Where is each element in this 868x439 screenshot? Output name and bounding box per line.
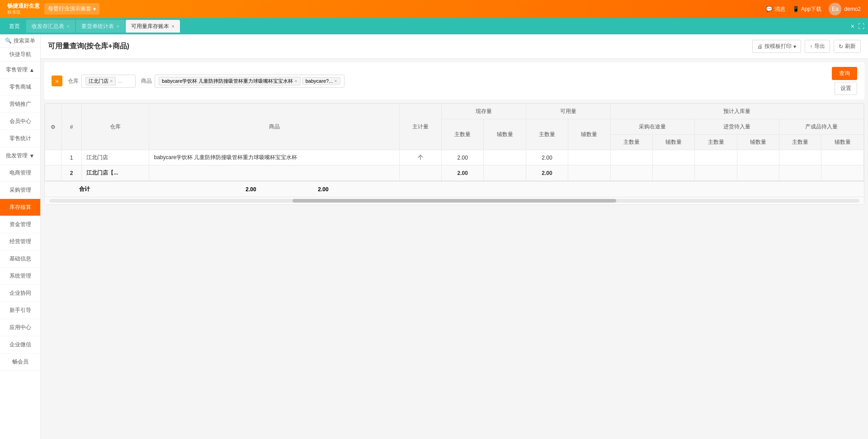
sidebar-item-purchase[interactable]: 采购管理 [0,182,40,199]
close-order-summary-icon[interactable]: × [117,24,119,29]
fullscreen-icon[interactable]: ⛶ [858,23,864,30]
sidebar-item-retail-stats[interactable]: 零售统计 [0,130,40,147]
sidebar-retail-stats-label: 零售统计 [9,135,31,142]
set-btn[interactable]: 设置 [835,82,857,95]
row-1-unit: 个 [399,150,441,165]
col-purchase-transit-header: 采购在途量 [610,119,695,135]
sidebar-item-enterprise[interactable]: 企业协同 [0,285,40,302]
chevron-down-icon: ▼ [29,153,35,159]
refresh-btn[interactable]: ↻ 刷新 [834,40,861,53]
top-bar: 畅捷通好生意 标准版 母婴行业演示账套 ▾ 💬 消息 📱 App下载 Ea de… [0,0,868,18]
table-row: 1 江北门店 babycare学饮杯 儿童防摔防撞吸管杯重力球吸嘴杯宝宝水杯 个… [45,150,864,165]
print-btn[interactable]: 🖨 按模板打印 ▾ [752,40,801,53]
col-unit-header: 主计量 [399,104,441,150]
row-1-product: babycare学饮杯 儿童防摔防撞吸管杯重力球吸嘴杯宝宝水杯 [149,150,399,165]
tab-home[interactable]: 首页 [4,20,25,33]
sidebar-item-system[interactable]: 系统管理 [0,268,40,285]
footer-label: 合计 [79,185,115,193]
sidebar-basic-info-label: 基础信息 [9,255,31,262]
sidebar-item-finance[interactable]: 资金管理 [0,216,40,233]
sidebar-enterprise-label: 企业协同 [9,290,31,296]
footer-available-main: 2.00 [305,186,341,193]
col-inbound-pending-header: 进货待入量 [695,119,779,135]
sidebar-vip-member-label: 畅会员 [12,359,28,365]
sidebar-item-basic-info[interactable]: 基础信息 [0,250,40,268]
app-download-btn[interactable]: 📱 App下载 [793,5,821,13]
warehouse-input[interactable]: 江北门店 × ... [81,75,136,88]
table-container: ⚙ # 仓库 商品 主计量 现存量 可用量 预计入库量 主数量 辅数量 主数量 [44,103,864,205]
sidebar-item-enterprise-wechat[interactable]: 企业微信 [0,336,40,354]
settings-icon: ⚙ [51,124,56,130]
row-2-product [149,165,399,181]
row-1-warehouse: 江北门店 [82,150,149,165]
query-btn[interactable]: 查询 [832,67,857,80]
product-tag-1-remove-icon[interactable]: × [294,78,297,84]
scrollbar-area [45,197,864,204]
sidebar-purchase-label: 采购管理 [9,187,31,193]
product-filter-group: 商品 babycare学饮杯 儿童防摔防撞吸管杯重力球吸嘴杯宝宝水杯 × bab… [141,75,344,88]
filter-area: » 仓库 江北门店 × ... 商品 babycare学饮杯 儿童防摔防撞吸管杯… [44,62,864,99]
tab-home-label: 首页 [9,23,20,30]
col-purchase-transit-aux-header: 辅数量 [652,135,694,150]
product-input[interactable]: babycare学饮杯 儿童防摔防撞吸管杯重力球吸嘴杯宝宝水杯 × babyca… [155,75,344,88]
warehouse-tag-remove-icon[interactable]: × [110,78,113,84]
sidebar-item-marketing[interactable]: 营销推广 [0,96,40,113]
product-tag-2-remove-icon[interactable]: × [334,78,337,84]
message-btn[interactable]: 💬 消息 [766,5,785,13]
export-btn[interactable]: ↑ 导出 [805,40,830,53]
sidebar-retail-store-label: 零售商城 [9,84,31,90]
row-2-available-aux [568,165,610,181]
sidebar-item-inventory[interactable]: 库存核算 [0,199,40,216]
row-2-production-main [779,165,821,181]
tab-order-summary[interactable]: 要货单统计表 × [76,20,125,33]
row-2-current-aux [484,165,526,181]
refresh-icon: ↻ [839,43,843,50]
close-available-inventory-icon[interactable]: × [172,24,175,29]
sidebar-item-retail-store[interactable]: 零售商城 [0,79,40,96]
sidebar-quick-nav[interactable]: 快捷导航 [0,48,40,61]
row-2-settings [45,165,61,181]
col-product-header: 商品 [149,104,399,150]
scrollbar-track[interactable] [49,199,859,203]
tab-available-inventory[interactable]: 可用量库存账本 × [126,20,180,33]
tab-receipt-summary-label: 收发存汇总表 [32,23,64,30]
expand-filter-btn[interactable]: » [52,76,62,86]
print-icon: 🖨 [757,43,763,50]
scrollbar-thumb[interactable] [292,199,617,203]
sidebar-ecommerce-label: 电商管理 [9,170,31,176]
col-available-header: 可用量 [526,104,610,119]
message-icon: 💬 [766,6,773,12]
row-2-inbound-aux [737,165,779,181]
sidebar-item-vip-member[interactable]: 畅会员 [0,354,40,371]
warehouse-more[interactable]: ... [118,78,122,84]
store-selector[interactable]: 母婴行业演示账套 ▾ [44,3,99,14]
row-2-unit [399,165,441,181]
sidebar-item-retail-mgmt[interactable]: 零售管理 ▲ [0,61,40,79]
row-2-available-main: 2.00 [526,165,568,181]
row-1-available-main: 2.00 [526,150,568,165]
user-avatar-area[interactable]: Ea demo2 [829,3,861,15]
sidebar-operation-label: 经营管理 [9,238,31,245]
sidebar-app-center-label: 应用中心 [9,324,31,330]
row-1-settings [45,150,61,165]
row-2-current-main: 2.00 [442,165,484,181]
sidebar-enterprise-wechat-label: 企业微信 [9,341,31,348]
download-icon: 📱 [793,6,799,12]
row-1-inbound-aux [737,150,779,165]
col-available-aux-header: 辅数量 [568,119,610,150]
sidebar-member-label: 会员中心 [9,118,31,124]
tab-receipt-summary[interactable]: 收发存汇总表 × [26,20,75,33]
close-receipt-summary-icon[interactable]: × [67,24,70,29]
sidebar-search-menu[interactable]: 🔍 搜索菜单 [0,34,40,48]
close-all-tabs-icon[interactable]: × [851,23,854,30]
table-row-group: 2 江北门店【... 2.00 2.00 [45,165,864,181]
col-current-main-header: 主数量 [442,119,484,150]
search-icon: 🔍 [5,38,12,44]
sidebar-item-operation[interactable]: 经营管理 [0,233,40,250]
sidebar-item-app-center[interactable]: 应用中心 [0,319,40,336]
sidebar-item-new-guide[interactable]: 新手引导 [0,302,40,319]
sidebar-item-member[interactable]: 会员中心 [0,113,40,130]
sidebar-item-ecommerce[interactable]: 电商管理 [0,165,40,182]
col-settings-header[interactable]: ⚙ [45,104,61,150]
sidebar-item-wholesale-mgmt[interactable]: 批发管理 ▼ [0,147,40,165]
